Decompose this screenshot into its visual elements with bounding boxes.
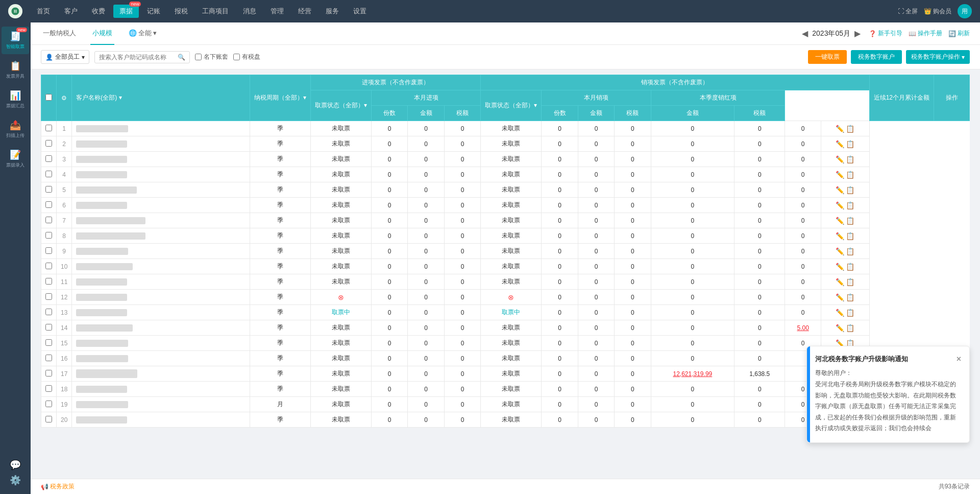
copy-btn[interactable]: 📋 (846, 171, 854, 179)
accounts-checkbox-label[interactable]: 名下账套 (195, 53, 228, 61)
row-checkbox[interactable] (45, 339, 52, 346)
employee-select[interactable]: 👤 全部员工 ▾ (41, 50, 89, 64)
row-checkbox[interactable] (45, 385, 52, 392)
edit-btn[interactable]: ✏️ (836, 247, 844, 255)
sidebar-item-summary[interactable]: 📊 票据汇总 (2, 86, 29, 113)
nav-item-bookkeeping[interactable]: 记账 (141, 5, 166, 18)
row-checkbox[interactable] (45, 293, 52, 300)
copy-btn[interactable]: 📋 (846, 309, 854, 317)
nav-item-invoice[interactable]: 票据 new (113, 5, 139, 18)
sidebar-item-entry[interactable]: 📝 票据录入 (2, 145, 29, 173)
row-checkbox[interactable] (45, 278, 52, 285)
row-checkbox[interactable] (45, 324, 52, 331)
tax-disk-checkbox[interactable] (233, 54, 240, 60)
row-checkbox[interactable] (45, 401, 52, 407)
row-checkbox[interactable] (45, 140, 52, 147)
tax-disk-checkbox-label[interactable]: 有税盘 (233, 53, 260, 61)
edit-btn[interactable]: ✏️ (836, 201, 844, 209)
in_count-cell: 0 (371, 290, 407, 305)
sidebar-settings[interactable]: ⚙️ (10, 475, 21, 486)
edit-btn[interactable]: ✏️ (836, 232, 844, 240)
sidebar-item-smart-fetch[interactable]: 🧾 智能取票 new (2, 27, 29, 54)
settings-col-icon[interactable]: ⚙ (61, 95, 67, 102)
row-checkbox[interactable] (45, 370, 52, 377)
sidebar-item-invoice-open[interactable]: 📋 发票开具 (2, 56, 29, 84)
edit-btn[interactable]: ✏️ (836, 263, 844, 271)
search-input[interactable] (99, 54, 176, 61)
edit-btn[interactable]: ✏️ (836, 140, 844, 148)
nav-item-manage[interactable]: 管理 (264, 5, 290, 18)
copy-btn[interactable]: 📋 (846, 247, 854, 255)
in_tax-cell: 0 (444, 366, 480, 382)
nav-item-client[interactable]: 客户 (58, 5, 84, 18)
edit-btn[interactable]: ✏️ (836, 278, 844, 286)
row-checkbox[interactable] (45, 309, 52, 315)
search-box[interactable]: 🔍 (94, 51, 190, 63)
row-checkbox[interactable] (45, 125, 52, 131)
edit-btn[interactable]: ✏️ (836, 125, 844, 133)
tax-account-operation-btn[interactable]: 税务数字账户操作 ▾ (906, 50, 970, 64)
nav-item-tax[interactable]: 报税 (168, 5, 194, 18)
date-prev-btn[interactable]: ◀ (802, 29, 808, 38)
accounts-checkbox[interactable] (195, 54, 202, 60)
refresh-btn[interactable]: 🔄 刷新 (948, 29, 970, 38)
tab-small-scale[interactable]: 小规模 (90, 22, 114, 45)
edit-btn[interactable]: ✏️ (836, 309, 844, 317)
edit-btn[interactable]: ✏️ (836, 171, 844, 179)
select-all-checkbox[interactable] (45, 94, 52, 101)
copy-btn[interactable]: 📋 (846, 125, 854, 133)
row-checkbox[interactable] (45, 355, 52, 361)
edit-btn[interactable]: ✏️ (836, 155, 844, 163)
edit-btn[interactable]: ✏️ (836, 217, 844, 225)
copy-btn[interactable]: 📋 (846, 201, 854, 209)
row-checkbox[interactable] (45, 155, 52, 162)
out_amount-cell: 0 (578, 366, 614, 382)
tax-account-btn[interactable]: 税务数字账户 (851, 50, 902, 64)
nav-item-home[interactable]: 首页 (31, 5, 56, 18)
nav-item-business[interactable]: 工商项目 (196, 5, 235, 18)
copy-btn[interactable]: 📋 (846, 324, 854, 332)
table-row: 1████████████季未取票000未取票000000✏️ 📋 (41, 121, 970, 136)
tax-policy-link[interactable]: 📢 税务政策 (41, 482, 75, 491)
copy-btn[interactable]: 📋 (846, 186, 854, 194)
nav-item-service[interactable]: 服务 (320, 5, 345, 18)
edit-btn[interactable]: ✏️ (836, 293, 844, 301)
nav-item-settings[interactable]: 设置 (347, 5, 373, 18)
copy-btn[interactable]: 📋 (846, 140, 854, 148)
row-checkbox[interactable] (45, 416, 52, 422)
date-next-btn[interactable]: ▶ (854, 29, 861, 38)
nav-item-fee[interactable]: 收费 (86, 5, 111, 18)
tab-all[interactable]: 🌐 全能 ▾ (127, 22, 159, 45)
tab-general[interactable]: 一般纳税人 (41, 22, 78, 45)
copy-btn[interactable]: 📋 (846, 217, 854, 225)
row-checkbox[interactable] (45, 201, 52, 208)
copy-btn[interactable]: 📋 (846, 278, 854, 286)
status-out-cell: 未取票 (481, 351, 542, 366)
row-checkbox[interactable] (45, 247, 52, 254)
row-checkbox[interactable] (45, 171, 52, 177)
nav-item-operation[interactable]: 经营 (292, 5, 317, 18)
chevron-down-icon: ▾ (82, 54, 85, 61)
user-avatar[interactable]: 用 (958, 4, 972, 18)
one-click-fetch-btn[interactable]: 一键取票 (808, 50, 847, 64)
edit-btn[interactable]: ✏️ (836, 186, 844, 194)
notification-close-btn[interactable]: × (957, 355, 961, 364)
nav-item-message[interactable]: 消息 (237, 5, 262, 18)
copy-btn[interactable]: 📋 (846, 293, 854, 301)
row-checkbox[interactable] (45, 263, 52, 269)
out_amount-cell: 0 (578, 351, 614, 366)
row-checkbox[interactable] (45, 232, 52, 239)
new-guide-btn[interactable]: ❓ 新手引导 (869, 29, 902, 38)
fullscreen-btn[interactable]: ⛶ 全屏 (898, 7, 918, 16)
copy-btn[interactable]: 📋 (846, 263, 854, 271)
copy-btn[interactable]: 📋 (846, 232, 854, 240)
sidebar-item-scan[interactable]: 📤 扫描上传 (2, 115, 29, 143)
row-checkbox[interactable] (45, 217, 52, 223)
member-btn[interactable]: 👑 购会员 (924, 7, 951, 16)
in_count-cell: 0 (371, 351, 407, 366)
edit-btn[interactable]: ✏️ (836, 324, 844, 332)
manual-btn[interactable]: 📖 操作手册 (909, 29, 942, 38)
copy-btn[interactable]: 📋 (846, 155, 854, 163)
row-checkbox[interactable] (45, 186, 52, 193)
sidebar-help[interactable]: 💬 (10, 459, 21, 471)
